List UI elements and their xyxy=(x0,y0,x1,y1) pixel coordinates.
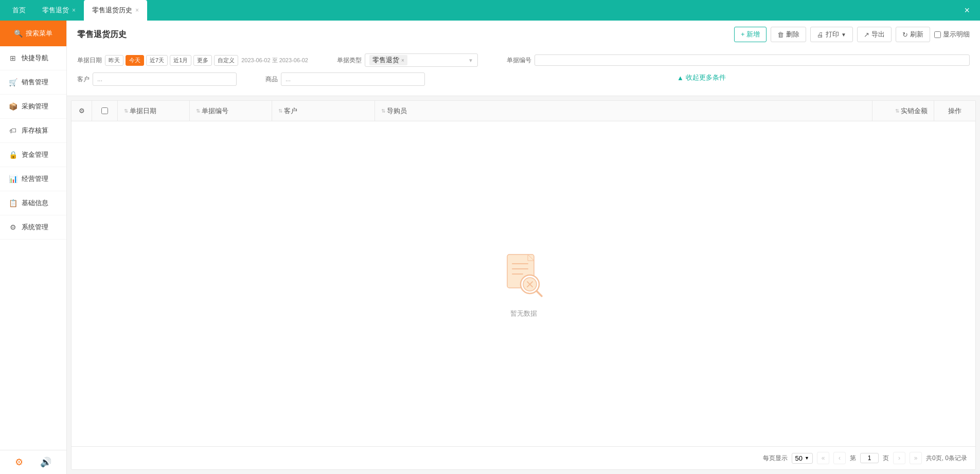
doc-type-dropdown-icon: ▼ xyxy=(468,58,473,63)
sidebar-item-label: 经营管理 xyxy=(22,174,48,184)
sidebar-item-purchase-mgmt[interactable]: 📦 采购管理 xyxy=(0,95,66,119)
select-all-checkbox[interactable] xyxy=(101,107,108,114)
tab-retail-return[interactable]: 零售退货 × xyxy=(34,0,84,21)
sidebar-item-label: 销售管理 xyxy=(22,78,48,87)
export-button-label: 导出 xyxy=(871,30,885,39)
first-page-button[interactable]: « xyxy=(817,452,829,464)
sidebar-search[interactable]: 🔍 搜索菜单 xyxy=(0,21,66,46)
sidebar-item-label: 基础信息 xyxy=(22,198,48,208)
table-area: ⚙ ⇅ 单据日期 ⇅ 单据编号 ⇅ 客户 ⇅ xyxy=(71,100,976,470)
date-shortcuts: 昨天 今天 近7天 近1月 更多 自定义 xyxy=(105,55,238,66)
page-size-value: 50 xyxy=(795,454,803,462)
sidebar-item-inventory[interactable]: 🏷 库存核算 xyxy=(0,119,66,143)
top-bar-right: × xyxy=(958,5,976,16)
sidebar-item-label: 库存核算 xyxy=(22,126,48,135)
window-close-button[interactable]: × xyxy=(958,5,976,16)
date-btn-1month[interactable]: 近1月 xyxy=(170,55,191,66)
home-icon: ⊞ xyxy=(8,53,17,63)
date-filter: 单据日期 昨天 今天 近7天 近1月 更多 自定义 2023-06-02 至 2… xyxy=(77,55,308,66)
page-jump-label: 第 xyxy=(850,454,856,463)
th-date-label: 单据日期 xyxy=(130,106,156,116)
th-checkbox[interactable] xyxy=(92,101,118,121)
new-button[interactable]: + 新增 xyxy=(734,27,767,42)
date-btn-yesterday[interactable]: 昨天 xyxy=(105,55,123,66)
trash-icon: 🗑 xyxy=(777,31,784,39)
clipboard-icon: 📋 xyxy=(8,198,17,208)
goods-select[interactable]: ... xyxy=(281,72,425,86)
th-guide-label: 导购员 xyxy=(387,106,407,116)
doc-type-tag-value: 零售退货 xyxy=(372,56,399,65)
last-page-button[interactable]: » xyxy=(910,452,922,464)
th-guide[interactable]: ⇅ 导购员 xyxy=(375,101,872,121)
sidebar-item-label: 快捷导航 xyxy=(22,53,48,63)
customer-filter: 客户 ... xyxy=(77,72,237,86)
page-title: 零售退货历史 xyxy=(77,29,127,40)
table-header: ⚙ ⇅ 单据日期 ⇅ 单据编号 ⇅ 客户 ⇅ xyxy=(72,101,975,121)
th-operation: 操作 xyxy=(934,101,975,121)
filter-row-2: 客户 ... 商品 ... xyxy=(77,72,970,86)
doc-type-label: 单据类型 xyxy=(337,56,362,65)
empty-illustration xyxy=(498,249,549,301)
customer-select[interactable]: ... xyxy=(93,72,237,86)
sort-asc-icon-3: ⇅ xyxy=(278,108,282,114)
sidebar: 🔍 搜索菜单 ⊞ 快捷导航 🛒 销售管理 📦 采购管理 🏷 库存核算 🔒 资金管… xyxy=(0,21,67,474)
th-settings[interactable]: ⚙ xyxy=(72,101,92,121)
next-page-button[interactable]: › xyxy=(893,452,905,464)
th-amount[interactable]: ⇅ 实销金额 xyxy=(872,101,934,121)
settings-bottom-icon[interactable]: ⚙ xyxy=(15,457,23,468)
sidebar-search-label: 搜索菜单 xyxy=(26,29,52,38)
th-customer[interactable]: ⇅ 客户 xyxy=(272,101,375,121)
sidebar-item-finance[interactable]: 🔒 资金管理 xyxy=(0,143,66,167)
goods-placeholder: ... xyxy=(286,76,291,83)
doc-type-tag-close[interactable]: × xyxy=(401,58,404,63)
page-size-select[interactable]: 50 ▼ xyxy=(792,453,813,464)
sidebar-item-system[interactable]: ⚙ 系统管理 xyxy=(0,215,66,240)
date-btn-today[interactable]: 今天 xyxy=(126,55,144,66)
sidebar-item-quick-nav[interactable]: ⊞ 快捷导航 xyxy=(0,46,66,70)
tag-icon: 🏷 xyxy=(8,126,17,135)
date-btn-more[interactable]: 更多 xyxy=(193,55,212,66)
export-button[interactable]: ↗ 导出 xyxy=(857,27,892,42)
sidebar-bottom: ⚙ 🔊 xyxy=(0,450,66,474)
tab-home[interactable]: 首页 xyxy=(4,0,34,21)
sidebar-item-sales-mgmt[interactable]: 🛒 销售管理 xyxy=(0,70,66,95)
th-date[interactable]: ⇅ 单据日期 xyxy=(118,101,190,121)
filter-row-1: 单据日期 昨天 今天 近7天 近1月 更多 自定义 2023-06-02 至 2… xyxy=(77,53,970,67)
refresh-icon: ↻ xyxy=(902,31,908,39)
date-filter-label: 单据日期 xyxy=(77,56,102,65)
page-header: 零售退货历史 + 新增 🗑 删除 🖨 打印 ▼ ↗ xyxy=(67,21,980,96)
per-page-label: 每页显示 xyxy=(763,454,788,463)
print-button[interactable]: 🖨 打印 ▼ xyxy=(810,27,853,42)
date-btn-7days[interactable]: 近7天 xyxy=(146,55,168,66)
display-detail-input[interactable] xyxy=(934,31,941,38)
audio-icon[interactable]: 🔊 xyxy=(40,457,51,468)
settings-icon: ⚙ xyxy=(79,107,85,115)
box-icon: 📦 xyxy=(8,102,17,111)
sort-asc-icon-4: ⇅ xyxy=(381,108,385,114)
delete-button[interactable]: 🗑 删除 xyxy=(771,27,806,42)
doc-type-filter: 单据类型 零售退货 × ▼ xyxy=(337,53,478,67)
sort-asc-icon-2: ⇅ xyxy=(196,108,200,114)
content-area: 零售退货历史 + 新增 🗑 删除 🖨 打印 ▼ ↗ xyxy=(67,21,980,474)
refresh-button[interactable]: ↻ 刷新 xyxy=(896,27,930,42)
doc-no-input[interactable] xyxy=(534,54,970,66)
tab-retail-return-close[interactable]: × xyxy=(72,7,76,14)
display-detail-checkbox[interactable]: 显示明细 xyxy=(934,30,970,39)
date-btn-custom[interactable]: 自定义 xyxy=(214,55,238,66)
th-doc-no[interactable]: ⇅ 单据编号 xyxy=(190,101,272,121)
page-number-input[interactable] xyxy=(860,453,879,463)
filter-area: 单据日期 昨天 今天 近7天 近1月 更多 自定义 2023-06-02 至 2… xyxy=(77,48,970,96)
collapse-button[interactable]: ▲ 收起更多条件 xyxy=(673,72,730,83)
main-layout: 🔍 搜索菜单 ⊞ 快捷导航 🛒 销售管理 📦 采购管理 🏷 库存核算 🔒 资金管… xyxy=(0,21,980,474)
print-icon: 🖨 xyxy=(817,31,824,39)
prev-page-button[interactable]: ‹ xyxy=(833,452,846,464)
tab-retail-return-history[interactable]: 零售退货历史 × xyxy=(84,0,147,21)
display-detail-label: 显示明细 xyxy=(943,30,970,39)
doc-type-select[interactable]: 零售退货 × ▼ xyxy=(365,53,478,67)
tab-retail-return-history-close[interactable]: × xyxy=(135,7,139,14)
date-range-display: 2023-06-02 至 2023-06-02 xyxy=(241,57,308,64)
collapse-up-icon: ▲ xyxy=(677,74,684,82)
sidebar-item-basic-info[interactable]: 📋 基础信息 xyxy=(0,191,66,215)
sidebar-item-operations[interactable]: 📊 经营管理 xyxy=(0,167,66,191)
top-bar: 首页 零售退货 × 零售退货历史 × × xyxy=(0,0,980,21)
